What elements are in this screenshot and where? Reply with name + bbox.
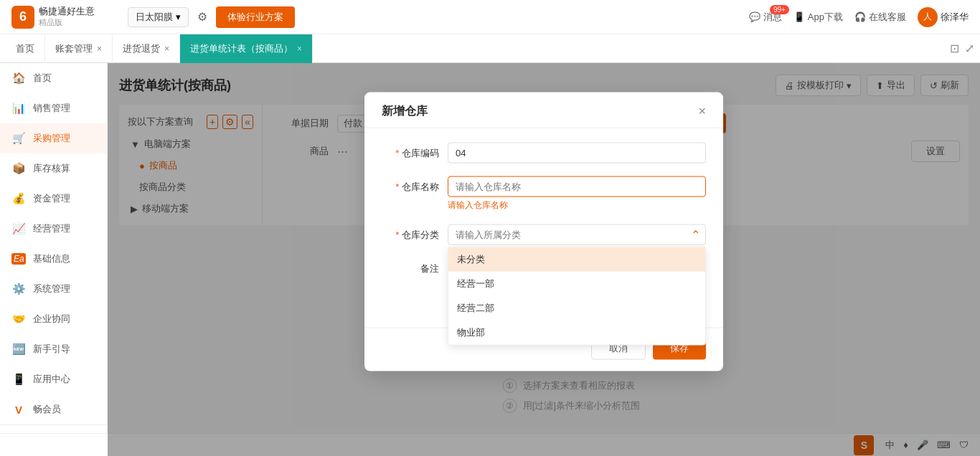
inventory-icon: 📦 (11, 162, 26, 175)
remark-label: 备注 (382, 258, 439, 275)
sidebar-item-purchase[interactable]: 🛒 采购管理 (0, 123, 107, 153)
form-row-name: * 仓库名称 请输入仓库名称 (382, 176, 706, 212)
finance-icon: 💰 (11, 192, 26, 205)
chevron-down-icon: ▾ (176, 11, 181, 22)
remark-label-text: 备注 (420, 263, 439, 274)
online-service-group[interactable]: 🎧 在线客服 (854, 11, 906, 24)
tab-bar: 首页 账套管理 × 进货退货 × 进货单统计表（按商品） × ⊡ ⤢ (0, 34, 980, 63)
guide-icon: 🆕 (11, 343, 26, 356)
sidebar-item-guide-label: 新手引导 (33, 343, 70, 356)
name-required-mark: * (395, 181, 399, 192)
message-icon: 💬 (749, 11, 760, 22)
app-name: 畅捷通好生意 (39, 6, 95, 18)
system-icon: ⚙️ (11, 282, 26, 295)
category-field: ⌃ 未分类 经营一部 经营二部 物业部 (448, 224, 706, 245)
tab-bar-controls: ⊡ ⤢ (950, 42, 974, 55)
sidebar-item-finance-label: 资金管理 (33, 192, 70, 205)
tab-home-label: 首页 (16, 42, 34, 55)
sidebar-item-system-label: 系统管理 (33, 282, 70, 295)
form-row-category: * 仓库分类 ⌃ 未分类 经营一部 经营二部 物业部 (382, 224, 706, 245)
user-group[interactable]: 人 徐泽华 (918, 7, 969, 27)
code-label: * 仓库编码 (382, 143, 439, 160)
app-logo: 6 (11, 6, 34, 29)
tab-account[interactable]: 账套管理 × (45, 34, 113, 63)
code-required-mark: * (395, 148, 399, 158)
dropdown-item-dept1[interactable]: 经营一部 (448, 272, 705, 296)
modal-title: 新增仓库 (382, 104, 428, 119)
category-dropdown: 未分类 经营一部 经营二部 物业部 (448, 247, 706, 346)
tab-purchase-return-close[interactable]: × (164, 44, 169, 54)
trial-button[interactable]: 体验行业方案 (216, 6, 295, 28)
app-edition: 精品版 (39, 17, 95, 28)
tab-purchase-return[interactable]: 进货退货 × (113, 34, 180, 63)
sidebar-item-basic-info-label: 基础信息 (33, 252, 70, 265)
sidebar-item-guide[interactable]: 🆕 新手引导 (0, 334, 107, 364)
collab-icon: 🤝 (11, 313, 26, 326)
basic-info-icon: Ea (11, 253, 26, 265)
online-service-label: 在线客服 (869, 11, 906, 24)
name-label: * 仓库名称 (382, 176, 439, 194)
dropdown-item-uncategorized[interactable]: 未分类 (448, 247, 705, 272)
sidebar-item-home[interactable]: 🏠 首页 (0, 63, 107, 93)
sidebar-item-inventory[interactable]: 📦 库存核算 (0, 153, 107, 184)
main-content: 进货单统计(按商品) 🖨 按模板打印 ▾ ⬆ 导出 ↺ 刷新 (108, 63, 980, 456)
sidebar-item-collab-label: 企业协同 (33, 313, 70, 326)
appcenter-icon: 📱 (11, 373, 26, 386)
app-download-label: App下载 (808, 11, 843, 24)
phone-icon: 📱 (793, 11, 805, 22)
purchase-icon: 🛒 (11, 132, 26, 145)
sidebar-item-member[interactable]: V 畅会员 (0, 394, 107, 424)
tab-home[interactable]: 首页 (6, 34, 45, 63)
sidebar-item-inventory-label: 库存核算 (33, 162, 70, 175)
tab-restore-icon[interactable]: ⊡ (950, 42, 959, 55)
avatar: 人 (918, 7, 938, 27)
tab-purchase-stat[interactable]: 进货单统计表（按商品） × (180, 34, 313, 63)
sidebar-item-collab[interactable]: 🤝 企业协同 (0, 304, 107, 334)
main-layout: 🏠 首页 📊 销售管理 🛒 采购管理 📦 库存核算 💰 资金管理 📈 经营管理 … (0, 63, 980, 456)
tab-purchase-stat-close[interactable]: × (297, 44, 302, 54)
form-row-code: * 仓库编码 (382, 143, 706, 163)
store-selector[interactable]: 日太阳膜 ▾ (128, 7, 189, 27)
modal-body: * 仓库编码 * 仓库名称 请输入仓库名称 (364, 128, 723, 328)
sidebar-item-management-label: 经营管理 (33, 222, 70, 235)
name-field: 请输入仓库名称 (448, 176, 706, 212)
sidebar-item-sales-label: 销售管理 (33, 102, 70, 115)
top-right-area: 💬 消息 99+ 📱 App下载 🎧 在线客服 人 徐泽华 (749, 7, 969, 27)
home-icon: 🏠 (11, 72, 26, 85)
tab-account-close[interactable]: × (97, 44, 102, 54)
category-arrow-icon[interactable]: ⌃ (691, 228, 700, 242)
dropdown-item-dept3[interactable]: 物业部 (448, 320, 705, 345)
tab-expand-icon[interactable]: ⤢ (965, 42, 974, 55)
category-input[interactable] (448, 224, 706, 245)
category-label: * 仓库分类 (382, 224, 439, 242)
notification-group[interactable]: 💬 消息 99+ (749, 11, 782, 24)
sidebar-item-basic-info[interactable]: Ea 基础信息 (0, 244, 107, 274)
modal-header: 新增仓库 × (364, 92, 723, 128)
sidebar-item-member-label: 畅会员 (33, 403, 61, 416)
sidebar-item-management[interactable]: 📈 经营管理 (0, 214, 107, 244)
dropdown-item-dept2[interactable]: 经营二部 (448, 296, 705, 320)
sidebar-item-appcenter[interactable]: 📱 应用中心 (0, 364, 107, 394)
code-field (448, 143, 706, 163)
modal-close-icon[interactable]: × (698, 104, 706, 119)
headset-icon: 🎧 (854, 11, 866, 22)
add-warehouse-modal: 新增仓库 × * 仓库编码 * 仓 (364, 92, 723, 371)
app-download-group[interactable]: 📱 App下载 (793, 11, 843, 24)
tab-purchase-stat-label: 进货单统计表（按商品） (190, 42, 293, 55)
top-bar: 6 畅捷通好生意 精品版 日太阳膜 ▾ ⚙ 体验行业方案 💬 消息 99+ 📱 … (0, 0, 980, 34)
sidebar-item-purchase-label: 采购管理 (33, 132, 70, 145)
tab-purchase-return-label: 进货退货 (123, 42, 160, 55)
gear-icon[interactable]: ⚙ (197, 10, 207, 24)
code-input[interactable] (448, 143, 706, 163)
sidebar-item-sales[interactable]: 📊 销售管理 (0, 93, 107, 123)
name-error-msg: 请输入仓库名称 (448, 199, 706, 212)
sidebar: 🏠 首页 📊 销售管理 🛒 采购管理 📦 库存核算 💰 资金管理 📈 经营管理 … (0, 63, 108, 456)
name-input[interactable] (448, 176, 706, 197)
tab-account-label: 账套管理 (55, 42, 93, 55)
logo-area: 6 畅捷通好生意 精品版 (11, 6, 119, 29)
sidebar-item-home-label: 首页 (33, 72, 52, 85)
management-icon: 📈 (11, 222, 26, 235)
sidebar-item-finance[interactable]: 💰 资金管理 (0, 184, 107, 214)
sidebar-item-system[interactable]: ⚙️ 系统管理 (0, 274, 107, 304)
store-name: 日太阳膜 (136, 11, 173, 24)
